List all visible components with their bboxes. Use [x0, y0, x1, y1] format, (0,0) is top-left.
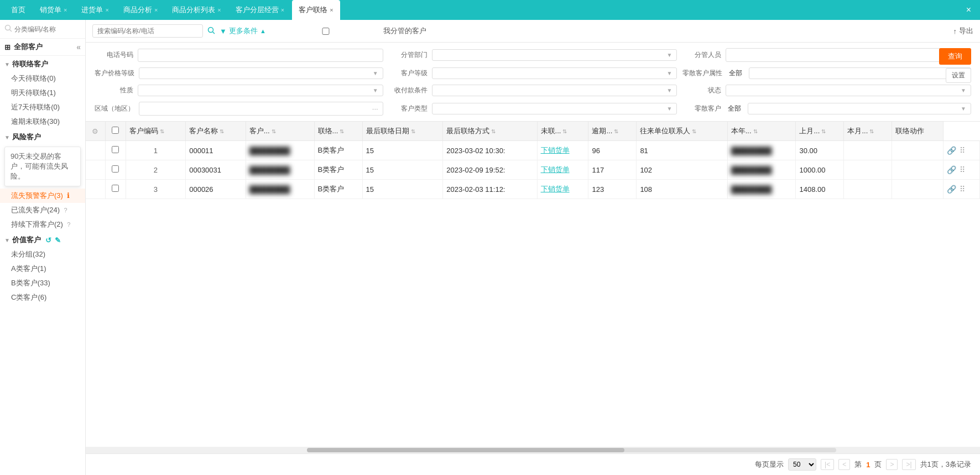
sidebar-item-declining[interactable]: 持续下滑客户(2) ? [0, 217, 85, 232]
sidebar-item-today[interactable]: 今天待联络(0) [0, 71, 85, 86]
my-customers-checkbox[interactable] [270, 28, 381, 35]
sidebar-item-class-b[interactable]: B类客户(33) [0, 276, 85, 290]
row-checkbox-cell-2[interactable] [105, 180, 126, 199]
phone-input[interactable] [138, 49, 383, 62]
th-type[interactable]: 客户... ⇅ [246, 122, 314, 141]
close-product-analysis[interactable]: × [154, 7, 158, 13]
sidebar-item-7days[interactable]: 近7天待联络(0) [0, 100, 85, 114]
nav-home[interactable]: 首页 [4, 0, 32, 20]
action-link-icon-0[interactable]: 🔗 [947, 146, 956, 155]
last-page-btn[interactable]: >| [902, 459, 915, 470]
sidebar-search-input[interactable] [14, 25, 86, 33]
per-page-select[interactable]: 50 100 200 [788, 458, 816, 471]
edit-icon[interactable]: ✎ [55, 236, 61, 244]
row-last-method-1[interactable]: 下销货单 [537, 160, 588, 180]
th-last-month[interactable]: 上月... ⇅ [796, 122, 844, 141]
nav-purchase-order[interactable]: 进货单 × [75, 0, 115, 20]
next-page-btn[interactable]: > [886, 459, 898, 470]
status-select[interactable]: ▼ [726, 85, 971, 96]
select-all-checkbox[interactable] [112, 127, 119, 134]
more-conditions-btn[interactable]: ▼ 更多条件 ▲ [220, 26, 266, 36]
manager-select[interactable]: ··· [726, 48, 971, 62]
level-select[interactable]: ▼ [432, 67, 677, 79]
sidebar-item-overdue[interactable]: 逾期未联络(30) [0, 114, 85, 129]
prev-page-btn[interactable]: < [838, 459, 850, 470]
row-checkbox-1[interactable] [112, 165, 119, 173]
row-contacts-0: 15 [362, 141, 443, 160]
sidebar-item-churn-warning[interactable]: 流失预警客户(3) ℹ [0, 189, 85, 203]
sidebar-all-customers[interactable]: ⊞ 全部客户 « [0, 39, 85, 56]
row-last-method-2[interactable]: 下销货单 [537, 180, 588, 199]
th-last-contact-method[interactable]: 最后联络方式 ⇅ [443, 122, 537, 141]
sidebar-collapse-btn[interactable]: « [76, 43, 81, 51]
th-name[interactable]: 客户名称 ⇅ [186, 122, 246, 141]
sidebar-group-value[interactable]: ▼ 价值客户 ↺ ✎ [0, 232, 85, 247]
query-button[interactable]: 查询 [939, 48, 971, 65]
table-header-row: ⚙ 客户编码 ⇅ 客户名称 [86, 122, 980, 141]
sidebar-item-class-c[interactable]: C类客户(6) [0, 290, 85, 305]
my-customers-checkbox-label[interactable]: 我分管的客户 [270, 26, 426, 36]
nav-product-analysis[interactable]: 商品分析 × [117, 0, 164, 20]
retail-customer-select[interactable]: ▼ [748, 103, 971, 114]
scrollbar-thumb[interactable] [307, 448, 624, 452]
row-checkbox-2[interactable] [112, 185, 119, 192]
refresh-icon[interactable]: ↺ [45, 236, 51, 244]
close-customer-contact[interactable]: × [330, 7, 333, 13]
th-code[interactable]: 客户编码 ⇅ [126, 122, 186, 141]
horizontal-scrollbar[interactable] [86, 447, 980, 453]
action-menu-icon-0[interactable]: ⠿ [960, 146, 965, 155]
th-overdue[interactable]: 逾期... ⇅ [588, 122, 637, 141]
retail-attr-select[interactable]: ▼ [749, 67, 971, 79]
export-btn[interactable]: ↑ 导出 [953, 26, 974, 36]
search-input[interactable] [92, 24, 203, 38]
svg-line-3 [213, 32, 215, 34]
row-checkbox-cell-1[interactable] [105, 160, 126, 180]
filter-row-dept: 分管部门 ▼ [389, 48, 677, 62]
action-menu-icon-2[interactable]: ⠿ [960, 185, 965, 194]
sidebar-item-churned[interactable]: 已流失客户(24) ? [0, 203, 85, 217]
price-level-select[interactable]: ▼ [139, 67, 383, 79]
row-checkbox-0[interactable] [112, 146, 119, 153]
sidebar-item-ungrouped[interactable]: 未分组(32) [0, 247, 85, 262]
close-product-analysis-list[interactable]: × [217, 7, 221, 13]
row-settings-2 [86, 180, 105, 199]
row-this-month-2 [892, 180, 943, 199]
th-checkbox[interactable] [105, 122, 126, 141]
dots-icon-2[interactable]: ··· [372, 105, 378, 113]
th-last-contact-date[interactable]: 最后联络日期 ⇅ [362, 122, 443, 141]
nav-customer-segments[interactable]: 客户分层经营 × [229, 0, 291, 20]
scrollbar-track[interactable] [307, 448, 836, 452]
row-last-method-0[interactable]: 下销货单 [537, 141, 588, 160]
action-menu-icon-1[interactable]: ⠿ [960, 165, 965, 174]
close-purchase-order[interactable]: × [105, 7, 108, 13]
th-settings[interactable]: ⚙ [86, 122, 105, 141]
th-contacts[interactable]: 联络... ⇅ [314, 122, 362, 141]
nature-select[interactable]: ▼ [138, 85, 383, 96]
nav-product-analysis-list[interactable]: 商品分析列表 × [165, 0, 227, 20]
settings-button[interactable]: 设置 [946, 68, 971, 83]
close-sales-order[interactable]: × [64, 7, 67, 13]
search-filter-icon[interactable] [207, 27, 215, 36]
th-this-year[interactable]: 本年... ⇅ [727, 122, 796, 141]
region-select[interactable]: ··· [139, 102, 383, 116]
th-uncontacted[interactable]: 未联... ⇅ [537, 122, 588, 141]
row-checkbox-cell-0[interactable] [105, 141, 126, 160]
sidebar-item-class-a[interactable]: A类客户(1) [0, 262, 85, 276]
first-page-btn[interactable]: |< [821, 459, 834, 470]
customer-type-select[interactable]: ▼ [432, 103, 677, 114]
sidebar-group-pending[interactable]: ▼ 待联络客户 [0, 56, 85, 71]
dept-select[interactable]: ▼ [432, 49, 677, 61]
close-customer-segments[interactable]: × [281, 7, 284, 13]
th-this-month[interactable]: 本月... ⇅ [844, 122, 892, 141]
sidebar-group-risk[interactable]: ▼ 风险客户 [0, 129, 85, 144]
row-name-0: ████████ [246, 141, 314, 160]
action-link-icon-2[interactable]: 🔗 [947, 185, 956, 194]
sidebar-item-tomorrow[interactable]: 明天待联络(1) [0, 86, 85, 100]
payment-select[interactable]: ▼ [432, 85, 677, 96]
row-this-month-0 [892, 141, 943, 160]
action-link-icon-1[interactable]: 🔗 [947, 165, 956, 174]
nav-customer-contact[interactable]: 客户联络 × [292, 0, 340, 20]
th-contact-person[interactable]: 往来单位联系人 ⇅ [637, 122, 727, 141]
nav-sales-order[interactable]: 销货单 × [33, 0, 74, 20]
window-close-btn[interactable]: × [962, 5, 976, 15]
